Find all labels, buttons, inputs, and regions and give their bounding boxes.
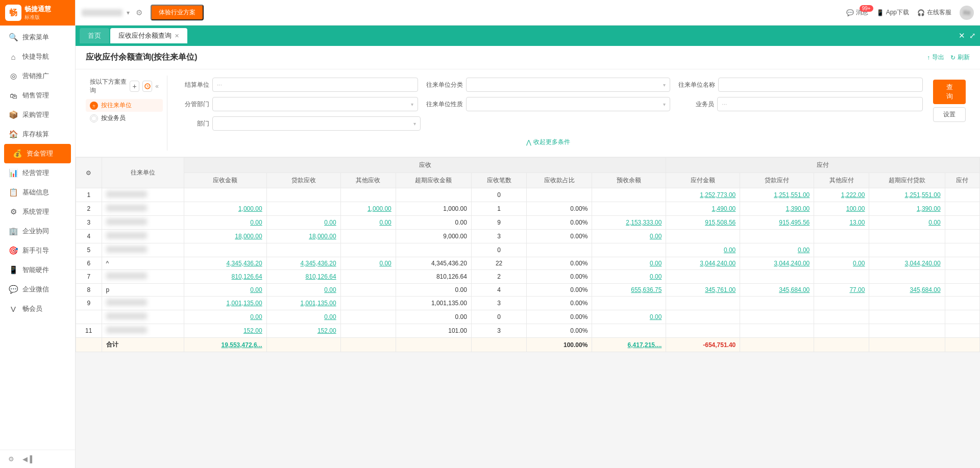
tab-home[interactable]: 首页	[80, 28, 109, 43]
export-button[interactable]: ↑ 导出	[927, 53, 944, 62]
cell-link[interactable]: 152.00	[243, 327, 262, 334]
cell-link[interactable]: 915,495.56	[779, 219, 810, 226]
field-fgbm-input[interactable]: ▾	[212, 97, 418, 111]
cell-link[interactable]: 1,251,551.00	[774, 191, 810, 199]
cell-link[interactable]: 152.00	[317, 327, 336, 334]
cell-link[interactable]: 0.00	[798, 247, 810, 254]
cell-link[interactable]: 1,251,551.00	[905, 191, 941, 199]
cell-link[interactable]: 1,390.00	[917, 205, 941, 212]
cell-link[interactable]: 1,252,773.00	[700, 191, 736, 199]
sidebar-item-sales[interactable]: 🛍 销售管理	[0, 86, 75, 105]
cell-link[interactable]: 18,000.00	[309, 233, 336, 240]
sidebar-item-basicinfo[interactable]: 📋 基础信息	[0, 183, 75, 202]
cell-link[interactable]: 0.00	[650, 273, 662, 280]
sidebar-item-operations[interactable]: 📊 经营管理	[0, 163, 75, 183]
cell-link[interactable]: 1,001,135.00	[227, 300, 262, 307]
sidebar-item-system[interactable]: ⚙ 系统管理	[0, 202, 75, 221]
cell-link[interactable]: 0.00	[650, 313, 662, 321]
sidebar-item-smarthw[interactable]: 📱 智能硬件	[0, 260, 75, 280]
cell-link[interactable]: 0.00	[250, 313, 262, 321]
app-download-button[interactable]: 📱 App下载	[876, 8, 909, 17]
cell-link[interactable]: 0.00	[324, 286, 336, 293]
field-lwdwfl-input[interactable]: ▾	[466, 78, 671, 92]
tab-close-icon[interactable]: ✕	[175, 33, 179, 39]
topbar-dropdown-arrow[interactable]: ▾	[127, 9, 130, 16]
cell-link[interactable]: 345,684.00	[910, 286, 941, 293]
tab-expand-icon[interactable]: ⤢	[969, 31, 976, 40]
cell-link[interactable]: 13.00	[849, 219, 865, 226]
cell-link[interactable]: 810,126.64	[232, 273, 262, 280]
sidebar-settings-icon[interactable]: ⚙	[8, 455, 14, 463]
cell-link[interactable]: 2,153,333.00	[626, 219, 662, 226]
sidebar-item-marketing[interactable]: ◎ 营销推广	[0, 66, 75, 86]
cell-link[interactable]: 0.00	[324, 313, 336, 321]
field-bm-input[interactable]: ▾	[212, 116, 421, 131]
message-button[interactable]: 💬 消息 99+	[846, 8, 868, 17]
sidebar-item-quicknav[interactable]: ⌂ 快捷导航	[0, 47, 75, 66]
cell-link[interactable]: 0.00	[650, 260, 662, 267]
cell-link[interactable]: 3,044,240.00	[700, 260, 736, 267]
sidebar-item-vip[interactable]: V 畅会员	[0, 299, 75, 318]
sidebar-item-finance[interactable]: 💰 资金管理	[4, 144, 71, 163]
topbar-gear-icon[interactable]: ⚙	[136, 8, 142, 17]
tab-close-all-icon[interactable]: ✕	[959, 31, 965, 40]
online-service-button[interactable]: 🎧 在线客服	[917, 8, 951, 17]
field-lwdwxz-input[interactable]: ▾	[466, 97, 671, 111]
table-cell: 9,000.00	[396, 230, 471, 243]
cell-link[interactable]: 1,000.00	[238, 205, 262, 212]
sidebar-item-guide[interactable]: 🎯 新手引导	[0, 241, 75, 260]
cell-link[interactable]: 3,044,240.00	[905, 260, 941, 267]
plan-icon[interactable]: 方	[142, 81, 152, 92]
cell-link[interactable]: 4,345,436.20	[227, 260, 262, 267]
cell-link[interactable]: 18,000.00	[235, 233, 262, 240]
collapse-more-button[interactable]: ⋀ 收起更多条件	[174, 136, 923, 149]
cell-link[interactable]: 655,636.75	[631, 286, 662, 293]
user-avatar[interactable]: Rit	[960, 6, 974, 20]
cell-link[interactable]: 100.00	[846, 205, 865, 212]
filter-collapse-icon[interactable]: «	[155, 83, 159, 90]
cell-link[interactable]: 0.00	[379, 260, 391, 267]
field-ywy-input[interactable]: ···	[717, 97, 923, 111]
cell-link[interactable]: 0.00	[324, 219, 336, 226]
cell-link[interactable]: 3,044,240.00	[774, 260, 810, 267]
cell-link[interactable]: 1,390.00	[786, 205, 810, 212]
query-option-bystaff[interactable]: 按业务员	[86, 112, 163, 125]
table-cell: 345,684.00	[869, 284, 945, 297]
cell-link[interactable]: 1,001,135.00	[301, 300, 336, 307]
sidebar-item-wechat[interactable]: 💬 企业微信	[0, 280, 75, 299]
sidebar-item-purchase[interactable]: 📦 采购管理	[0, 105, 75, 125]
settings-button[interactable]: 设置	[933, 107, 966, 122]
cell-link[interactable]: 77.00	[849, 286, 865, 293]
refresh-button[interactable]: ↻ 刷新	[950, 53, 970, 62]
th-settings[interactable]: ⚙	[76, 158, 102, 188]
cell-link[interactable]: 0.00	[928, 219, 940, 226]
field-jsdanwei-input[interactable]: ···	[212, 78, 418, 92]
cell-link[interactable]: 345,684.00	[779, 286, 810, 293]
sidebar-item-enterprise[interactable]: 🏢 企业协同	[0, 221, 75, 241]
cell-link[interactable]: 345,761.00	[705, 286, 736, 293]
table-settings-icon[interactable]: ⚙	[86, 169, 91, 177]
sidebar-item-inventory[interactable]: 🏠 库存核算	[0, 125, 75, 144]
cell-link[interactable]: 915,508.56	[705, 219, 736, 226]
cell-link[interactable]: 0.00	[853, 260, 865, 267]
cell-link[interactable]: 0.00	[250, 286, 262, 293]
sidebar-item-search[interactable]: 🔍 搜索菜单	[0, 28, 75, 47]
field-lwdwmc-input[interactable]	[718, 78, 923, 92]
table-cell: 0	[471, 310, 526, 324]
cell-link[interactable]: 0.00	[724, 247, 736, 254]
cell-link[interactable]: 1,000.00	[368, 205, 391, 212]
cell-link[interactable]: 4,345,436.20	[301, 260, 336, 267]
cell-link[interactable]: 0.00	[650, 233, 662, 240]
cell-link[interactable]: 810,126.64	[306, 273, 336, 280]
query-option-byunit[interactable]: 方 按往来单位	[86, 99, 163, 112]
tab-query[interactable]: 应收应付余额查询 ✕	[110, 28, 187, 43]
cell-link[interactable]: 0.00	[379, 219, 391, 226]
add-scheme-button[interactable]: +	[130, 81, 139, 92]
cell-link[interactable]: 1,490.00	[712, 205, 736, 212]
cell-link[interactable]: 1,222.00	[841, 191, 865, 199]
query-button[interactable]: 查询	[933, 80, 966, 104]
promo-button[interactable]: 体验行业方案	[151, 5, 204, 20]
sidebar-collapse-icon[interactable]: ◀▐	[22, 455, 32, 463]
cell-link[interactable]: 0.00	[250, 219, 262, 226]
table-row: 2 1,000.00 1,000.00 1,000.00 1 0.00% 1,4…	[76, 202, 980, 216]
